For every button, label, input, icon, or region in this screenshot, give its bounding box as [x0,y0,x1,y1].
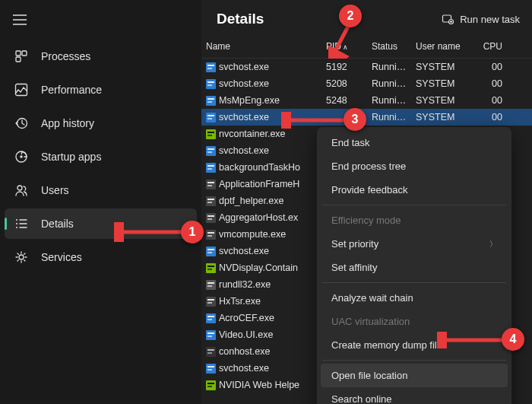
process-name: AggregatorHost.ex [219,212,298,223]
svg-rect-27 [207,132,214,133]
svg-rect-25 [207,118,212,119]
menu-set-priority[interactable]: Set priority〉 [321,232,508,256]
process-icon [206,280,216,290]
svg-rect-48 [207,249,214,250]
annotation-marker-2: 2 [339,5,362,27]
svg-rect-38 [206,196,216,206]
svg-rect-15 [207,65,214,66]
process-icon [206,180,216,189]
sidebar-item-users[interactable]: Users [5,175,197,205]
sidebar-item-label: Services [41,251,82,263]
svg-rect-66 [207,349,214,351]
table-row[interactable]: MsMpEng.exe5248Runni…SYSTEM00 [201,92,532,109]
process-icon [206,380,216,390]
svg-rect-58 [207,302,212,304]
column-header-status[interactable]: Status [367,35,411,58]
svg-rect-44 [206,230,216,240]
cell-name: ApplicationFrameH [201,179,321,189]
process-name: svchost.exe [219,246,269,256]
svg-rect-54 [207,282,214,284]
hamburger-menu-button[interactable] [5,6,35,33]
svg-rect-23 [206,113,216,122]
column-header-pid[interactable]: PID∧ [321,35,367,58]
menu-analyze-wait-chain[interactable]: Analyze wait chain [321,286,508,310]
process-icon [206,62,216,72]
svg-rect-40 [207,202,212,203]
cell-name: NVDisplay.Contain [201,262,321,273]
process-icon [206,297,216,307]
svg-rect-19 [207,84,212,86]
sidebar-item-label: Users [41,184,69,196]
cell-name: rundll32.exe [201,279,321,290]
svg-rect-41 [206,213,216,223]
startup-icon [14,149,29,164]
column-header-user[interactable]: User name [411,35,477,58]
column-header-name[interactable]: Name [201,35,321,58]
process-name: rundll32.exe [219,279,271,290]
processes-icon [14,49,29,64]
svg-rect-22 [207,101,212,103]
cell-user: SYSTEM [411,95,477,106]
svg-point-9 [16,223,17,224]
svg-rect-68 [206,364,216,374]
menu-end-task[interactable]: End task [321,131,508,154]
cell-pid: 5248 [321,95,367,106]
cell-name: svchost.exe [201,363,321,374]
chevron-right-icon: 〉 [489,239,497,250]
menu-create-memory-dump[interactable]: Create memory dump file [321,333,508,357]
table-row[interactable]: svchost.exe5192Runni…SYSTEM00 [201,59,532,75]
svg-rect-60 [207,316,214,317]
process-name: nvcontainer.exe [219,129,286,139]
svg-rect-61 [207,319,212,320]
svg-rect-50 [206,263,216,273]
cell-user: SYSTEM [411,78,477,89]
menu-end-process-tree[interactable]: End process tree [321,154,508,178]
annotation-marker-4: 4 [502,328,524,351]
svg-rect-71 [206,380,216,390]
column-header-cpu[interactable]: CPU [477,35,507,58]
process-icon [206,330,216,340]
process-icon [206,129,216,139]
svg-point-6 [20,155,22,157]
svg-rect-14 [206,62,216,72]
process-icon [206,79,216,89]
svg-rect-52 [207,269,212,270]
svg-rect-21 [207,98,214,100]
svg-point-10 [16,227,17,228]
sidebar-item-details[interactable]: Details [5,208,197,239]
menu-divider [322,360,506,361]
cell-cpu: 00 [477,95,507,106]
menu-set-affinity[interactable]: Set affinity [321,256,508,279]
process-icon [206,163,216,173]
table-row[interactable]: svchost.exeRunni…SYSTEM00 [201,109,532,126]
run-new-task-button[interactable]: Run new task [442,13,520,25]
sidebar-item-processes[interactable]: Processes [5,41,197,72]
sidebar-item-performance[interactable]: Performance [5,75,197,105]
menu-uac-virtualization: UAC virtualization [321,310,508,333]
svg-rect-62 [206,330,216,340]
menu-provide-feedback[interactable]: Provide feedback [321,178,508,202]
svg-rect-17 [206,79,216,89]
menu-open-file-location[interactable]: Open file location [321,364,508,387]
process-icon [206,347,216,357]
process-name: svchost.exe [219,363,269,374]
cell-status: Runni… [367,62,411,72]
cell-status: Runni… [367,78,411,89]
sidebar-item-services[interactable]: Services [5,242,197,272]
cell-name: svchost.exe [201,62,321,72]
svg-rect-35 [206,180,216,189]
svg-rect-36 [207,182,214,183]
svg-rect-53 [206,280,216,290]
sidebar-item-startup-apps[interactable]: Startup apps [5,142,197,172]
menu-search-online[interactable]: Search online [321,387,508,404]
sidebar-item-app-history[interactable]: App history [5,108,197,138]
cell-cpu: 00 [477,112,507,122]
svg-rect-32 [206,163,216,173]
history-icon [14,116,29,131]
svg-rect-69 [207,366,214,367]
table-row[interactable]: svchost.exe5208Runni…SYSTEM00 [201,75,532,92]
process-name: backgroundTaskHo [219,162,300,173]
process-icon [206,146,216,156]
process-name: svchost.exe [219,62,269,72]
sidebar-item-label: Details [41,218,74,230]
